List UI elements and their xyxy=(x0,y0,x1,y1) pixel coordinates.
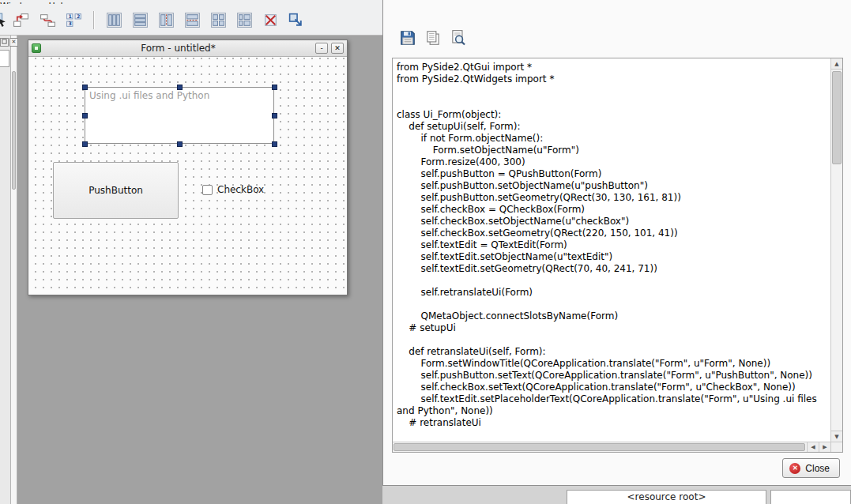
main-toolbar: 123 xyxy=(0,4,382,36)
form-window-title: Form - untitled* xyxy=(44,43,312,54)
qt-designer-window: WindowHelp 123 xyxy=(0,0,851,504)
edit-tab-order-icon[interactable]: 123 xyxy=(64,10,84,30)
widget-box-scrollbar[interactable] xyxy=(10,36,17,504)
pushbutton-widget[interactable]: PushButton xyxy=(53,162,179,219)
selection-handle-mid-left[interactable] xyxy=(82,113,88,118)
scroll-up-icon[interactable]: ▲ xyxy=(831,58,842,70)
resource-panel-fragment[interactable] xyxy=(770,490,851,504)
edit-buddies-icon[interactable] xyxy=(38,10,58,30)
layout-form-icon[interactable] xyxy=(235,10,254,30)
layout-horizontal-icon[interactable] xyxy=(104,10,124,30)
layout-vertical-splitter-icon[interactable] xyxy=(183,10,202,30)
widget-box-scrollbar-thumb[interactable] xyxy=(12,71,16,190)
svg-text:1: 1 xyxy=(68,13,71,19)
scroll-right-icon[interactable]: ▶ xyxy=(819,442,830,452)
selection-handle-bottom-left[interactable] xyxy=(82,141,88,147)
widget-box-dock: ✕ xyxy=(0,36,18,504)
edit-widgets-icon[interactable] xyxy=(0,10,9,30)
generated-python-code[interactable]: from PySide2.QtGui import * from PySide2… xyxy=(393,58,830,442)
scroll-down-icon[interactable]: ▼ xyxy=(831,431,842,442)
horizontal-scrollbar-thumb[interactable] xyxy=(393,443,805,451)
selection-handle-top-left[interactable] xyxy=(82,85,88,90)
checkbox-box-icon[interactable] xyxy=(202,185,213,195)
checkbox-widget[interactable]: CheckBox xyxy=(202,184,264,195)
code-vertical-scrollbar[interactable]: ▲ ▼ xyxy=(830,58,842,442)
toolbar-separator xyxy=(93,11,94,29)
layout-grid-icon[interactable] xyxy=(209,10,228,30)
scrollbar-corner xyxy=(830,442,842,452)
resource-root-item[interactable]: <resource root> xyxy=(567,490,766,504)
vertical-scrollbar-thumb[interactable] xyxy=(832,71,842,164)
widget-box-filter-input[interactable] xyxy=(0,50,9,67)
close-button[interactable]: ✕ Close xyxy=(782,458,840,478)
svg-text:2: 2 xyxy=(77,13,80,19)
close-button-label: Close xyxy=(805,463,830,474)
selection-handle-bottom-right[interactable] xyxy=(272,141,277,147)
checkbox-label: CheckBox xyxy=(217,184,264,195)
adjust-size-icon[interactable] xyxy=(286,10,306,30)
form-designer-window: Form - untitled* - ✕ Using .ui files and… xyxy=(28,39,348,295)
selection-handle-mid-right[interactable] xyxy=(272,113,277,118)
textedit-placeholder: Using .ui files and Python xyxy=(89,90,209,101)
copy-icon[interactable] xyxy=(424,28,442,47)
selection-handle-top-center[interactable] xyxy=(177,85,183,90)
code-horizontal-scrollbar[interactable]: ◀ ▶ xyxy=(393,442,830,452)
edit-signals-slots-icon[interactable] xyxy=(11,10,31,30)
selection-handle-bottom-center[interactable] xyxy=(177,141,183,147)
break-layout-icon[interactable] xyxy=(261,10,281,30)
form-canvas[interactable]: Using .ui files and Python PushButton Ch… xyxy=(28,57,347,295)
code-view[interactable]: from PySide2.QtGui import * from PySide2… xyxy=(392,58,843,453)
code-preview-dialog: from PySide2.QtGui import * from PySide2… xyxy=(382,0,851,486)
form-window-icon xyxy=(32,43,41,53)
layout-vertical-icon[interactable] xyxy=(130,10,150,30)
selection-handle-top-right[interactable] xyxy=(272,85,277,90)
dock-float-icon[interactable] xyxy=(0,38,9,47)
dock-close-icon[interactable]: ✕ xyxy=(9,38,18,47)
form-minimize-button[interactable]: - xyxy=(315,43,328,54)
pushbutton-label: PushButton xyxy=(88,185,143,196)
svg-text:3: 3 xyxy=(68,21,71,26)
scroll-left-icon[interactable]: ◀ xyxy=(807,442,819,452)
form-titlebar[interactable]: Form - untitled* - ✕ xyxy=(28,40,347,57)
save-icon[interactable] xyxy=(398,28,417,47)
layout-horizontal-splitter-icon[interactable] xyxy=(156,10,176,30)
find-icon[interactable] xyxy=(449,28,468,47)
close-circle-icon: ✕ xyxy=(789,463,800,474)
textedit-widget[interactable]: Using .ui files and Python xyxy=(85,87,274,144)
form-close-button[interactable]: ✕ xyxy=(331,43,344,54)
